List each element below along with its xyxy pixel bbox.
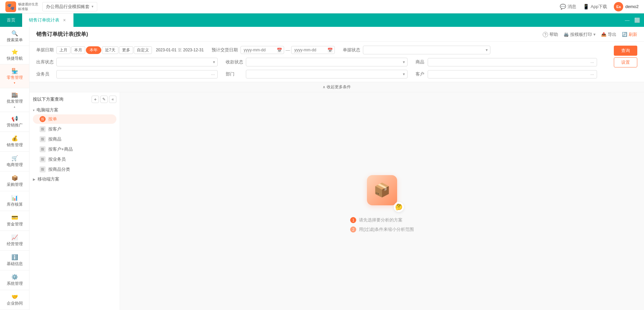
tip-2-text: 用[过滤]条件来缩小分析范围 [359, 226, 414, 232]
scheme-pc-header[interactable]: ▾ 电脑端方案 [33, 106, 116, 114]
scheme-item-by-order[interactable]: 按 按单 [33, 114, 116, 124]
search-icon: 🔍 [11, 30, 18, 37]
print-button[interactable]: 🖨️ 按模板打印 ▾ [564, 32, 596, 38]
sidebar-quick-nav[interactable]: ⭐ 快捷导航 [0, 46, 29, 64]
scheme-add-button[interactable]: + [92, 96, 99, 103]
tab-close-icon[interactable]: × [62, 17, 67, 23]
date-btn-more[interactable]: 更多 [119, 46, 133, 54]
sidebar-search[interactable]: 🔍 搜索菜单 [0, 27, 29, 46]
sidebar-item-finance[interactable]: 💳 资金管理 [0, 211, 29, 231]
date-btn-custom[interactable]: 自定义 [134, 46, 152, 54]
query-button[interactable]: 查询 [614, 46, 637, 56]
customer-input[interactable] [431, 72, 590, 76]
sidebar-item-marketing[interactable]: 📢 营销推广 [0, 112, 29, 132]
help-icon: ? [543, 32, 548, 37]
sidebar-item-basic[interactable]: ℹ️ 基础信息 [0, 251, 29, 270]
window-maximize-icon[interactable]: ⬜ [633, 16, 641, 24]
scheme-item-by-salesperson[interactable]: 按 按业务员 [33, 155, 116, 164]
date-dash: — [285, 48, 290, 53]
scheme-mobile-category: ▶ 移动端方案 [33, 175, 116, 184]
sidebar-item-retail[interactable]: 🏪 零售管理 ▾ [0, 64, 29, 88]
mobile-chevron-right-icon: ▶ [33, 177, 36, 181]
dept-label: 部门 [226, 71, 243, 77]
delivery-select[interactable] [56, 58, 218, 66]
star-icon: ⭐ [11, 49, 18, 55]
sidebar-item-system[interactable]: ⚙️ 系统管理 [0, 270, 29, 290]
date-btn-last7[interactable]: 近7天 [102, 46, 118, 54]
export-button[interactable]: 📤 导出 [601, 32, 616, 38]
chevron-down-icon: ▾ [92, 4, 94, 9]
enterprise-icon: 🤝 [11, 294, 18, 300]
settings-button[interactable]: 设置 [614, 57, 637, 67]
date-range-separator: 至 [178, 47, 182, 53]
payment-select[interactable] [246, 58, 407, 66]
message-icon: 💬 [560, 4, 566, 10]
logo: 🐾 畅捷通好生意 标准版 [5, 1, 38, 12]
customer-dots-icon[interactable]: ··· [590, 72, 594, 77]
salesperson-label: 业务员 [36, 71, 54, 77]
by-order-icon: 按 [40, 116, 46, 122]
sidebar-item-purchase[interactable]: 📦 采购管理 [0, 171, 29, 191]
tip-num-1: 1 [350, 217, 356, 223]
date-btn-this-year[interactable]: 本年 [86, 46, 101, 54]
finance-icon: 💳 [11, 214, 18, 221]
logo-line1: 畅捷通好生意 [18, 2, 38, 7]
mobile-category-label: 移动端方案 [38, 176, 59, 182]
product-input[interactable] [431, 60, 590, 64]
app-download-button[interactable]: 📱 App下载 [583, 4, 607, 10]
expected-date-end-input[interactable] [291, 46, 335, 54]
pc-chevron-down-icon: ▾ [33, 108, 35, 112]
avatar: Ea [614, 2, 623, 11]
username: demo2 [625, 4, 639, 9]
product-dots-icon[interactable]: ··· [590, 60, 594, 65]
scheme-edit-button[interactable]: ✎ [100, 96, 108, 103]
print-icon: 🖨️ [564, 32, 569, 37]
sidebar-item-wholesale[interactable]: 🏬 批发管理 ▴ [0, 88, 29, 112]
help-button[interactable]: ? 帮助 [543, 32, 558, 38]
salesperson-dots-icon[interactable]: ··· [211, 72, 215, 77]
scheme-item-by-category[interactable]: 按 按商品分类 [33, 165, 116, 174]
date-range-end: 2023-12-31 [183, 48, 204, 52]
sidebar-item-sales[interactable]: 💰 销售管理 [0, 132, 29, 152]
date-btn-this-month[interactable]: 本月 [71, 46, 85, 54]
scheme-item-by-cust-prod[interactable]: 按 按客户+商品 [33, 145, 116, 154]
wholesale-icon: 🏬 [11, 92, 18, 98]
tab-home[interactable]: 首页 [0, 13, 22, 27]
sidebar-item-operations[interactable]: 📈 经营管理 [0, 231, 29, 251]
download-icon: 📱 [583, 4, 589, 10]
product-label: 商品 [416, 59, 425, 65]
sidebar-item-enterprise[interactable]: 🤝 企业协同 [0, 290, 29, 310]
collapse-filters-button[interactable]: ∧ 收起更多条件 [30, 82, 644, 92]
chevron-down-icon: ▾ [14, 81, 15, 85]
print-chevron-icon: ▾ [593, 32, 596, 37]
date-label: 单据日期 [36, 47, 54, 53]
date-btn-last-month[interactable]: 上月 [56, 46, 70, 54]
export-icon: 📤 [601, 32, 606, 37]
status-select[interactable] [363, 46, 490, 54]
by-cust-prod-icon: 按 [40, 146, 46, 152]
marketing-icon: 📢 [11, 115, 18, 122]
window-minimize-icon[interactable]: — [624, 16, 631, 24]
operations-icon: 📈 [11, 234, 18, 241]
expected-date-label: 预计交货日期 [212, 47, 238, 53]
date-range-start: 2023-01-01 [156, 48, 176, 52]
account-selector[interactable]: 办公用品行业模拟账套 ▾ [42, 2, 97, 11]
scheme-item-by-product[interactable]: 按 按商品 [33, 135, 116, 144]
user-menu[interactable]: Ea demo2 [614, 2, 639, 11]
scheme-collapse-button[interactable]: « [109, 96, 116, 103]
tab-active-sales[interactable]: 销售订单统计表 × [22, 13, 73, 27]
dept-select[interactable] [246, 70, 407, 79]
scheme-item-by-customer[interactable]: 按 按客户 [33, 124, 116, 134]
sidebar-item-ecommerce[interactable]: 🛒 电商管理 [0, 152, 29, 171]
by-product-icon: 按 [40, 136, 46, 142]
scheme-panel-title: 按以下方案查询 [33, 96, 63, 102]
expected-date-start-input[interactable] [240, 46, 284, 54]
scheme-mobile-header[interactable]: ▶ 移动端方案 [33, 175, 116, 184]
retail-icon: 🏪 [11, 68, 18, 74]
payment-label: 收款状态 [226, 59, 243, 65]
sidebar-item-inventory[interactable]: 📊 库存核算 [0, 191, 29, 211]
message-button[interactable]: 💬 消息 [560, 4, 576, 10]
refresh-button[interactable]: 🔄 刷新 [622, 32, 637, 38]
by-category-icon: 按 [40, 166, 46, 172]
salesperson-input[interactable] [59, 72, 211, 76]
